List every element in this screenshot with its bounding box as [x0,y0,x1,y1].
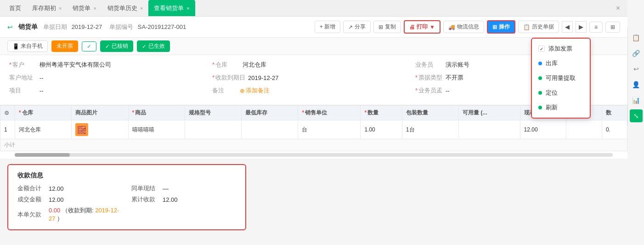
col-img: 商品图片 [72,106,128,120]
logistics-button[interactable]: 🚚 物流信息 [443,21,484,33]
col-extra: 数 [602,106,627,120]
locate-dot [538,91,542,95]
tab-sales-order[interactable]: 销货单 × [67,0,102,16]
product-img-icon: 🧱 [77,125,86,134]
add-note-label: 添加备注 [246,86,270,95]
customer-label: 客户 [9,61,37,69]
tab-inventory-init-label: 库存期初 [32,4,56,12]
print-button-label: 打印 [417,23,428,31]
sidebar-icon-chart[interactable]: 📊 [630,94,643,107]
sold-out-button[interactable]: ✓ 已核销 [100,40,133,52]
tab-sales-history[interactable]: 销货单历史 × [102,0,148,16]
dropdown-add-invoice[interactable]: ✓ 添加发票 [532,41,590,56]
share-icon: ↗ [348,24,353,30]
locate-label: 定位 [546,89,558,97]
tab-view-sales-label: 查看销货单 [154,4,184,12]
view-list-button[interactable]: ≡ [589,22,603,33]
print-button[interactable]: 🖨 打印 ▼ [404,20,441,34]
doc-title: 销货单 [18,23,38,31]
add-note-button[interactable]: ⊕ 添加备注 [240,86,270,95]
accumulated-payment-value: 12.00 [163,196,178,203]
summary-title: 收款信息 [17,171,236,180]
project-value: -- [40,87,44,94]
dropdown-locate[interactable]: 定位 [532,85,590,100]
customer-value: 柳州粤港平安气体有限公司 [40,61,111,69]
scrollbar-container [0,151,627,159]
dropdown-refresh[interactable]: 刷新 [532,100,590,115]
share-button-label: 分享 [355,23,366,31]
meta-date-label: 单据日期 2019-12-27 [43,23,102,31]
total-amount-label: 金额合计 [17,184,45,193]
share-button[interactable]: ↗ 分享 [343,21,371,33]
tab-inventory-init-close[interactable]: × [59,6,62,11]
row-img: 🧱 [72,120,128,139]
phone-icon: 📱 [12,43,19,50]
summary-this-order-debt: 本单欠款 0.00 （收款到期: 2019-12-27 ） [17,206,122,223]
sidebar-icon-link[interactable]: 🔗 [630,47,643,60]
note-field: 备注 ⊕ 添加备注 [212,86,415,95]
tab-inventory-init[interactable]: 库存期初 × [27,0,67,16]
payment-date-field: 收款到期日 2019-12-27 [212,74,415,82]
copy-button-label: 复制 [385,23,396,31]
col-qty: 数量 [361,106,402,120]
row-spec [185,120,241,139]
product-image: 🧱 [75,123,88,136]
accumulated-payment-label: 累计收款 [131,195,159,204]
settings-icon[interactable]: ⚙ [4,110,9,116]
next-button[interactable]: ▶ [576,21,587,33]
col-spec: 规格型号 [185,106,241,120]
header-meta: 单据日期 2019-12-27 单据编号 SA-20191227-001 [43,23,186,31]
table-row: 1 河北仓库 🧱 嘻嘻嘻嘻 台 1.00 1台 12.00 [0,120,627,139]
prev-button[interactable]: ◀ [562,21,573,33]
logistics-button-label: 物流信息 [457,23,479,31]
tab-sales-order-label: 销货单 [73,4,90,12]
tab-view-sales-close[interactable]: × [186,6,189,11]
from-phone-button[interactable]: 📱 来自手机 [7,40,48,52]
sidebar-icon-doc[interactable]: 📋 [630,31,643,44]
tab-sales-history-label: 销货单历史 [107,4,137,12]
customer-field: 客户 柳州粤港平安气体有限公司 [9,61,212,69]
meta-num-label: 单据编号 SA-20191227-001 [109,23,186,31]
doc-icon: ↩ [7,23,13,31]
operate-dropdown: ✓ 添加发票 出库 可用量提取 定位 刷新 [531,38,591,119]
new-button[interactable]: + 新增 [315,21,340,33]
row-index: 1 [0,120,15,139]
note-label: 备注 [212,86,240,95]
effective-button[interactable]: ✓ 已生效 [137,40,170,52]
summary-total-amount: 金额合计 12.00 [17,184,122,193]
form-row-1: 客户 柳州粤港平安气体有限公司 仓库 河北仓库 业务员 演示账号 [9,61,618,69]
sidebar-icon-return[interactable]: ↩ [630,63,643,75]
history-button[interactable]: 📋 历史单据 [518,21,559,33]
view-grid-button[interactable]: ⊞ [605,22,620,33]
not-open-button[interactable]: 未开票 [51,40,78,52]
warehouse-field: 仓库 河北仓库 [212,61,415,69]
global-close-button[interactable]: × [612,4,624,12]
row-min-stock [242,120,298,139]
horizontal-scrollbar[interactable] [15,153,613,157]
ticket-type-value: 不开票 [446,74,463,82]
warehouse-label: 仓库 [212,61,240,69]
staff-label: 业务员 [415,61,443,69]
summary-accumulated-payment: 累计收款 12.00 [131,195,236,204]
tab-home[interactable]: 首页 [4,0,27,16]
copy-button[interactable]: ⊞ 复制 [373,21,401,33]
header-actions: + 新增 ↗ 分享 ⊞ 复制 🖨 打印 ▼ 🚚 物流信息 ⊞ 操作 [315,20,620,34]
this-order-debt-value: 0.00 （收款到期: 2019-12-27 ） [49,206,122,223]
subtotal-row: 小计 [0,139,627,151]
add-invoice-checkbox[interactable]: ✓ [538,46,545,52]
new-button-label: + 新增 [320,23,335,31]
dropdown-outbound[interactable]: 出库 [532,56,590,71]
scroll-thumb[interactable] [15,153,70,157]
tab-sales-order-close[interactable]: × [93,6,96,11]
tab-home-label: 首页 [9,4,21,12]
confirm-button[interactable]: ✓ [82,41,96,51]
summary-deal-amount: 成交金额 12.00 [17,195,122,204]
tab-sales-history-close[interactable]: × [140,6,143,11]
dropdown-available-qty[interactable]: 可用量提取 [532,71,590,85]
operate-button[interactable]: ⊞ 操作 [487,20,515,34]
sidebar-icon-user[interactable]: 👤 [630,78,643,91]
tab-view-sales[interactable]: 查看销货单 × [148,0,195,16]
form-row-2: 客户地址 -- 收款到期日 2019-12-27 票据类型 不开票 [9,74,618,82]
header: ↩ 销货单 单据日期 2019-12-27 单据编号 SA-20191227-0… [0,17,627,38]
sidebar-icon-expand[interactable]: ⤡ [630,109,643,122]
